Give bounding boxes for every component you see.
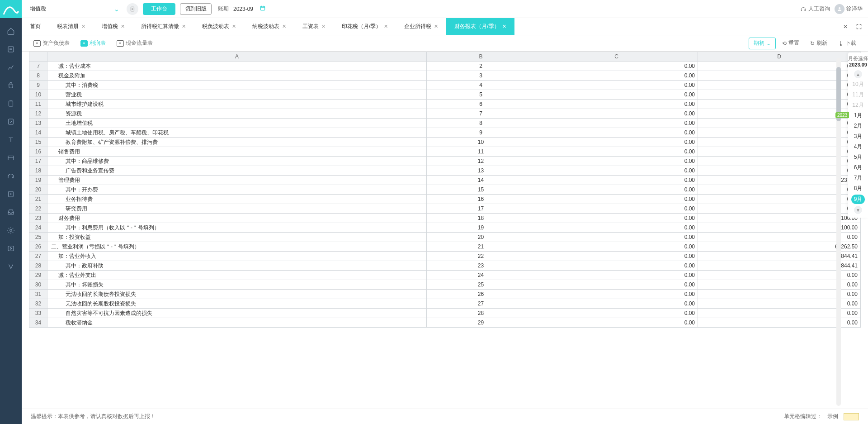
company-select[interactable]: 增值税 ⌄ xyxy=(27,5,122,13)
cell[interactable]: 0.00 xyxy=(535,280,698,290)
cell[interactable]: 财务费用 xyxy=(47,214,427,223)
initial-button[interactable]: 期初 ⌄ xyxy=(749,38,776,49)
close-icon[interactable]: ✕ xyxy=(121,24,125,29)
cell[interactable]: 24 xyxy=(427,271,535,280)
calendar-icon[interactable] xyxy=(259,5,266,13)
tab[interactable]: 税负波动表✕ xyxy=(194,18,244,35)
cell[interactable]: 10 xyxy=(427,138,535,147)
row-header[interactable]: 19 xyxy=(29,176,47,185)
cell[interactable]: 0.00 xyxy=(535,185,698,195)
month-item[interactable]: 6月 xyxy=(849,162,868,173)
cell[interactable]: 23 xyxy=(427,261,535,271)
cell[interactable]: 其中：开办费 xyxy=(47,185,427,195)
row-header[interactable]: 17 xyxy=(29,157,47,166)
cell[interactable]: 15 xyxy=(427,185,535,195)
cell[interactable]: 9 xyxy=(427,128,535,138)
cell[interactable]: 0.00 xyxy=(535,109,698,119)
cell[interactable]: 0.00 xyxy=(535,299,698,309)
row-header[interactable]: 21 xyxy=(29,195,47,204)
cell[interactable]: 资源税 xyxy=(47,109,427,119)
cell[interactable]: 研究费用 xyxy=(47,204,427,214)
col-header-c[interactable]: C xyxy=(535,52,698,62)
month-item[interactable]: 2月 xyxy=(849,121,868,131)
cell[interactable]: 20 xyxy=(427,233,535,242)
cell[interactable]: 0.00 xyxy=(535,252,698,261)
close-icon[interactable]: ✕ xyxy=(384,24,388,29)
cell[interactable]: 税收滞纳金 xyxy=(47,318,427,328)
cell[interactable]: 减：营业外支出 xyxy=(47,271,427,280)
cell[interactable]: 14 xyxy=(427,176,535,185)
cell[interactable]: 27 xyxy=(427,299,535,309)
month-item[interactable]: 3月 xyxy=(849,131,868,142)
close-icon[interactable]: ✕ xyxy=(434,24,438,29)
cell[interactable]: 0.00 xyxy=(535,214,698,223)
cell[interactable]: 21 xyxy=(427,242,535,252)
cell[interactable]: 0.00 xyxy=(535,128,698,138)
cell[interactable]: 加：投资收益 xyxy=(47,233,427,242)
consult-link[interactable]: 人工咨询 xyxy=(800,5,830,13)
close-icon[interactable]: ✕ xyxy=(81,24,85,29)
cell[interactable]: 城市维护建设税 xyxy=(47,100,427,109)
tab[interactable]: 印花税（月/季）✕ xyxy=(334,18,396,35)
close-icon[interactable]: ✕ xyxy=(321,24,326,29)
cell[interactable]: 22 xyxy=(427,252,535,261)
cell[interactable]: 2 xyxy=(427,62,535,71)
check-doc-icon[interactable] xyxy=(6,117,16,127)
tab[interactable]: 增值税✕ xyxy=(94,18,133,35)
cell[interactable]: 0.00 xyxy=(535,138,698,147)
row-header[interactable]: 7 xyxy=(29,62,47,71)
cell[interactable]: 加：营业外收入 xyxy=(47,252,427,261)
cell[interactable]: 4 xyxy=(427,81,535,90)
cell[interactable]: 0.00 xyxy=(535,90,698,100)
cell[interactable]: 0.00 xyxy=(535,176,698,185)
cell[interactable]: 0.00 xyxy=(535,309,698,318)
cell[interactable]: 0.00 xyxy=(535,318,698,328)
row-header[interactable]: 33 xyxy=(29,309,47,318)
cell[interactable]: 广告费和业务宣传费 xyxy=(47,166,427,176)
cell[interactable]: 自然灾害等不可抗力因素造成的损失 xyxy=(47,309,427,318)
refresh-button[interactable]: ↻刷新 xyxy=(806,38,832,49)
vertical-scrollbar[interactable] xyxy=(836,58,841,406)
cell[interactable]: 29 xyxy=(427,318,535,328)
cell[interactable]: 二、营业利润（亏损以＂-＂号填列） xyxy=(47,242,427,252)
tab[interactable]: 财务报表（月/季）✕ xyxy=(446,18,514,35)
list-icon[interactable] xyxy=(6,44,16,54)
close-icon[interactable]: ✕ xyxy=(182,24,186,29)
bag-icon[interactable] xyxy=(6,81,16,91)
download-button[interactable]: ⭳下载 xyxy=(834,38,861,49)
cell[interactable]: 8 xyxy=(427,119,535,128)
tab[interactable]: 企业所得税✕ xyxy=(396,18,446,35)
cell[interactable]: 0.00 xyxy=(535,261,698,271)
export-icon[interactable] xyxy=(6,189,16,199)
row-header[interactable]: 30 xyxy=(29,280,47,290)
cell[interactable]: 17 xyxy=(427,204,535,214)
inbox-icon[interactable] xyxy=(6,207,16,217)
cell[interactable]: 教育费附加、矿产资源补偿费、排污费 xyxy=(47,138,427,147)
row-header[interactable]: 25 xyxy=(29,233,47,242)
tab[interactable]: 税表清册✕ xyxy=(49,18,94,35)
col-header-a[interactable]: A xyxy=(47,52,427,62)
workbench-button[interactable]: 工作台 xyxy=(143,3,175,15)
cell[interactable]: 0.00 xyxy=(535,290,698,299)
cell[interactable]: 0.00 xyxy=(535,195,698,204)
cell[interactable]: 11 xyxy=(427,147,535,157)
gear-icon[interactable] xyxy=(6,225,16,235)
cell[interactable]: 0.00 xyxy=(535,81,698,90)
row-header[interactable]: 23 xyxy=(29,214,47,223)
cell[interactable]: 19 xyxy=(427,223,535,233)
row-header[interactable]: 32 xyxy=(29,299,47,309)
close-all-icon[interactable]: ✕ xyxy=(841,22,850,31)
row-header[interactable]: 12 xyxy=(29,109,47,119)
row-header[interactable]: 16 xyxy=(29,147,47,157)
cell[interactable]: 0.00 xyxy=(535,157,698,166)
spreadsheet[interactable]: A B C D 7减：营业成本20.000.008税金及附加30.000.009… xyxy=(22,52,868,409)
cell[interactable]: 业务招待费 xyxy=(47,195,427,204)
subtab-cashflow[interactable]: ≡现金流量表 xyxy=(112,38,157,49)
tab[interactable]: 首页 xyxy=(22,18,49,35)
cell[interactable]: 其中：政府补助 xyxy=(47,261,427,271)
row-header[interactable]: 31 xyxy=(29,290,47,299)
cell[interactable]: 税金及附加 xyxy=(47,71,427,81)
cell[interactable]: 0.00 xyxy=(535,119,698,128)
cell[interactable]: 无法收回的长期股权投资损失 xyxy=(47,299,427,309)
cell[interactable]: 0.00 xyxy=(535,271,698,280)
